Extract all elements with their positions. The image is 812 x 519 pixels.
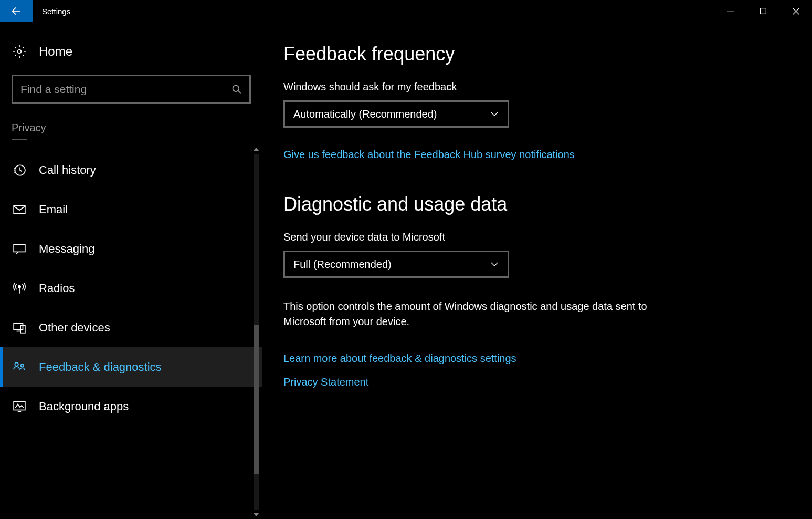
sidebar-item-email[interactable]: Email	[0, 190, 262, 229]
svg-point-2	[18, 50, 22, 54]
svg-rect-0	[727, 11, 734, 11]
sidebar-item-label: Other devices	[39, 321, 110, 335]
chevron-down-icon	[254, 513, 259, 516]
back-arrow-icon	[10, 5, 22, 17]
back-button[interactable]	[0, 0, 33, 22]
sidebar-scrollbar[interactable]	[252, 145, 260, 519]
learn-more-link[interactable]: Learn more about feedback & diagnostics …	[283, 352, 516, 365]
diagnostic-data-select[interactable]: Full (Recommended)	[283, 251, 509, 278]
devices-icon	[13, 321, 39, 335]
diagnostic-description: This option controls the amount of Windo…	[283, 299, 651, 329]
diagnostic-data-label: Send your device data to Microsoft	[283, 231, 781, 243]
svg-rect-5	[14, 205, 25, 213]
svg-rect-8	[14, 323, 23, 329]
svg-rect-6	[14, 244, 25, 252]
home-label: Home	[39, 44, 72, 59]
section-heading-feedback-frequency: Feedback frequency	[283, 43, 781, 65]
select-value: Automatically (Recommended)	[293, 108, 437, 120]
chevron-up-icon	[254, 148, 259, 151]
sidebar-item-label: Messaging	[39, 242, 94, 256]
feedback-frequency-label: Windows should ask for my feedback	[283, 81, 781, 93]
sidebar-item-messaging[interactable]: Messaging	[0, 229, 262, 268]
sidebar-item-label: Call history	[39, 163, 96, 177]
sidebar-item-label: Feedback & diagnostics	[39, 360, 162, 374]
sidebar-item-label: Email	[39, 203, 68, 216]
sidebar-item-other-devices[interactable]: Other devices	[0, 308, 262, 347]
minimize-icon	[727, 8, 734, 14]
nav-list: Call history Email Messaging	[0, 145, 262, 426]
sidebar-item-call-history[interactable]: Call history	[0, 150, 262, 190]
feedback-hub-link[interactable]: Give us feedback about the Feedback Hub …	[283, 149, 575, 161]
svg-point-7	[18, 285, 20, 287]
radios-icon	[13, 282, 39, 295]
feedback-frequency-select[interactable]: Automatically (Recommended)	[283, 100, 509, 128]
scroll-down-button[interactable]	[252, 511, 260, 519]
window-controls	[714, 0, 812, 22]
background-apps-icon	[13, 400, 39, 413]
close-icon	[793, 8, 799, 15]
svg-rect-1	[761, 8, 766, 14]
chevron-down-icon	[490, 109, 499, 119]
content-pane: Feedback frequency Windows should ask fo…	[262, 22, 812, 519]
feedback-icon	[13, 360, 39, 374]
close-button[interactable]	[779, 0, 812, 22]
section-heading-diagnostic-data: Diagnostic and usage data	[283, 193, 781, 215]
select-value: Full (Recommended)	[293, 258, 392, 271]
history-icon	[13, 163, 39, 177]
maximize-icon	[760, 8, 766, 14]
privacy-statement-link[interactable]: Privacy Statement	[283, 376, 368, 388]
svg-point-3	[233, 86, 239, 92]
messaging-icon	[13, 242, 39, 256]
chevron-down-icon	[490, 260, 499, 269]
minimize-button[interactable]	[714, 0, 747, 22]
maximize-button[interactable]	[747, 0, 779, 22]
sidebar-item-feedback-diagnostics[interactable]: Feedback & diagnostics	[0, 347, 262, 387]
window-title: Settings	[33, 0, 714, 22]
scroll-thumb[interactable]	[254, 325, 259, 474]
svg-point-11	[21, 364, 24, 367]
home-nav[interactable]: Home	[0, 38, 262, 65]
svg-point-10	[15, 362, 18, 366]
sidebar-item-background-apps[interactable]: Background apps	[0, 387, 262, 426]
search-input[interactable]	[20, 83, 231, 96]
email-icon	[13, 203, 39, 216]
sidebar: Home Privacy Call history	[0, 22, 262, 519]
sidebar-item-label: Radios	[39, 282, 75, 295]
search-icon	[231, 84, 242, 95]
search-box[interactable]	[12, 75, 251, 104]
scroll-up-button[interactable]	[252, 145, 260, 153]
sidebar-item-radios[interactable]: Radios	[0, 268, 262, 308]
gear-icon	[13, 45, 39, 58]
divider	[12, 139, 27, 140]
sidebar-group-label: Privacy	[0, 104, 262, 139]
title-bar: Settings	[0, 0, 812, 22]
sidebar-item-label: Background apps	[39, 400, 129, 413]
scroll-track[interactable]	[254, 154, 259, 510]
